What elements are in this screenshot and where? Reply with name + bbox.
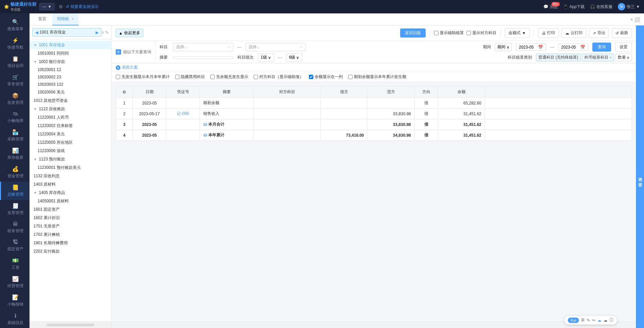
sidebar-item-salary[interactable]: 💵 工资 [0, 255, 30, 273]
show-aux-checkbox[interactable]: 显示辅助核算 [434, 30, 464, 36]
tree-item-10020002[interactable]: 10020002 23 [30, 73, 111, 81]
sidebar-item-tax[interactable]: 🏛 税务管理 [0, 218, 30, 237]
window-expand-btn[interactable]: ⬜ [634, 17, 640, 22]
tree-item-10010001[interactable]: 10010001 同同同 [30, 49, 111, 58]
level-from-select[interactable]: 1级 ∨ [258, 53, 274, 62]
tab-home[interactable]: 首页 [34, 13, 51, 25]
float-scissors-icon[interactable]: ✂ [592, 318, 595, 323]
tree-item-1403[interactable]: 1403 原材料 [30, 180, 111, 189]
tag-foreign[interactable]: 外币核算科目 × [582, 54, 614, 61]
checkbox-no-balance-input[interactable] [210, 75, 215, 79]
sidebar-item-retail[interactable]: 🛒 零售管理 [0, 71, 30, 90]
float-cloud-icon[interactable]: ☁ [597, 318, 601, 323]
show-counter-checkbox[interactable]: 显示对方科目 [467, 30, 496, 36]
app-download-btn[interactable]: 📱 App下载 [563, 4, 585, 10]
float-btn-en[interactable]: 英 [581, 318, 585, 323]
return-old-btn[interactable]: 返回旧版 [400, 28, 426, 38]
tag-normal[interactable]: 普通科目 (无特殊核算) [536, 54, 581, 61]
user-menu[interactable]: 张 张三 ▼ [618, 3, 640, 10]
tree-item-1132[interactable]: 1132 应收利息 [30, 172, 111, 180]
query-btn[interactable]: 查询 [592, 43, 611, 52]
tree-item-10020006[interactable]: 10020006 美元 [30, 88, 111, 96]
window-close-btn[interactable]: × [630, 17, 633, 22]
list-view-icon[interactable]: ≡ [102, 30, 104, 35]
show-counter-input[interactable] [467, 31, 471, 35]
print-btn[interactable]: 🖨 打印 [538, 28, 559, 38]
checkbox-no-balance[interactable]: 无余额无发生显示 [210, 74, 248, 80]
tree-item-1002[interactable]: ▼ 1002 银行存款 [30, 58, 111, 66]
tree-item-10020001[interactable]: 10020001 12 [30, 66, 111, 73]
tree-item-11220001[interactable]: 11220001 人民币 [30, 113, 111, 122]
summary-input[interactable] [173, 56, 233, 59]
message-btn[interactable]: 💬 消息 99+ [543, 4, 558, 10]
tree-item-11220006[interactable]: 11220006 游戏 [30, 147, 111, 155]
settings-gear-icon[interactable]: ⚙ [59, 4, 63, 9]
tree-item-10020003[interactable]: 10020003 122 [30, 81, 111, 88]
checkbox-initial-balance[interactable]: 期初余额显示本年累计发生额 [348, 74, 406, 80]
right-query-panel[interactable]: 查询 设置 [636, 25, 644, 328]
export-btn[interactable]: ↗ 导出 [589, 28, 609, 38]
sidebar-item-sales-report[interactable]: 📝 小畅报销 [0, 291, 30, 310]
period-type-select[interactable]: 期间 ∨ [495, 43, 512, 51]
cloud-print-btn[interactable]: ☁ 云打印 [561, 28, 586, 38]
checkbox-hide-disabled-input[interactable] [175, 75, 179, 79]
sidebar-item-wholesale[interactable]: 📦 批发管理 [0, 90, 30, 108]
tree-item-14050001[interactable]: 14050001 原材料 [30, 197, 111, 205]
company-dropdown[interactable]: — ▼ [39, 3, 55, 10]
sidebar-item-inventory[interactable]: 📊 库存核算 [0, 145, 30, 163]
online-service-btn[interactable]: 🎧 在线客服 [590, 4, 612, 10]
checkbox-no-amount-input[interactable] [116, 75, 120, 79]
collapse-toggle[interactable]: ▲ 收起更多 [116, 29, 143, 37]
table-config-icon[interactable]: ⚙ [122, 90, 126, 94]
sidebar-item-business[interactable]: 📈 经营管理 [0, 273, 30, 291]
tree-item-1123[interactable]: ▼ 1123 预付账款 [30, 155, 111, 163]
sidebar-item-capital[interactable]: 💰 资金管理 [0, 163, 30, 182]
voucher-link-2[interactable]: 记-006 [177, 111, 189, 116]
tree-item-1701[interactable]: 1701 无形资产 [30, 222, 111, 231]
checkbox-counter-subject-input[interactable] [254, 75, 258, 79]
tree-item-1801[interactable]: 1801 长期待摊费用 [30, 239, 111, 247]
sidebar-item-ecommerce[interactable]: 🛍 小畅电商 [0, 108, 30, 126]
checkbox-counter-subject[interactable]: 对方科目（显示辅助项） [254, 74, 304, 80]
tree-item-2202[interactable]: 2202 应付账款 [30, 247, 111, 256]
period-start-input[interactable]: 2023-05 📅 [516, 44, 546, 51]
tab-close-icon[interactable]: × [72, 17, 74, 21]
sidebar-item-fixed-assets[interactable]: 🏗 固定资产 [0, 237, 30, 255]
amount-format-btn[interactable]: 金额式 ▼ [505, 28, 530, 38]
checkbox-balance-one-col[interactable]: 余额显示在一列 [309, 74, 343, 80]
sidebar-item-project[interactable]: 📋 项目合同 [0, 53, 30, 71]
tree-item-11220004[interactable]: 11220004 美元 [30, 130, 111, 138]
show-aux-input[interactable] [434, 31, 438, 35]
demo-link[interactable]: ↺ 我要看实例演示 [66, 4, 99, 10]
subject-from-input[interactable]: 选择... ··· [173, 43, 233, 51]
float-btn-eat[interactable]: Eat [568, 318, 579, 323]
checkbox-initial-balance-input[interactable] [348, 75, 353, 79]
sidebar-item-search[interactable]: 🔍 搜索菜单 [0, 16, 30, 35]
quantity-dropdown[interactable]: 数量 ∨ [615, 54, 632, 61]
tree-item-1001[interactable]: ▼ 1001 库存现金 [30, 41, 111, 49]
filter-config-icon[interactable]: ⚙ [116, 49, 121, 55]
tree-item-1602[interactable]: 1602 累计折旧 [30, 214, 111, 222]
tree-item-1405[interactable]: ▼ 1405 库存商品 [30, 189, 111, 197]
filter-settings-btn[interactable]: 设置 [615, 42, 632, 52]
checkbox-balance-one-col-input[interactable] [309, 75, 313, 79]
tree-item-11220002[interactable]: 11220002 往来标签 [30, 122, 111, 130]
sidebar-item-invoice[interactable]: 🧾 发票管理 [0, 200, 30, 218]
sidebar-item-purchase[interactable]: 🏪 采购管理 [0, 126, 30, 145]
tree-item-1122[interactable]: ▼ 1122 应收账款 [30, 105, 111, 113]
subject-to-input[interactable]: 选择... ··· [246, 43, 306, 51]
sidebar-item-quick-nav[interactable]: ⚡ 快捷导航 [0, 35, 30, 53]
tree-item-1012[interactable]: 1012 其他货币资金 [30, 96, 111, 105]
refresh-btn[interactable]: ↺ 刷新 [612, 28, 632, 38]
level-to-select[interactable]: 6级 ∨ [286, 53, 303, 62]
period-end-input[interactable]: 2023-05 📅 [558, 44, 588, 51]
checkbox-no-amount[interactable]: 无发生额显示本月本年累计 [116, 74, 170, 80]
sidebar-item-basic-info[interactable]: ℹ 基础信息 [0, 310, 30, 328]
tag-foreign-remove[interactable]: × [609, 55, 612, 60]
system-scheme-btn[interactable]: ● 系统方案 [116, 65, 138, 70]
float-edit-icon[interactable]: ✎ [587, 318, 590, 323]
float-cloud2-icon[interactable]: ☁ [603, 318, 607, 323]
edit-view-icon[interactable]: ✎ [105, 30, 109, 35]
tree-item-1601[interactable]: 1601 固定资产 [30, 205, 111, 214]
tree-item-11220005[interactable]: 11220005 所在地区 [30, 138, 111, 147]
